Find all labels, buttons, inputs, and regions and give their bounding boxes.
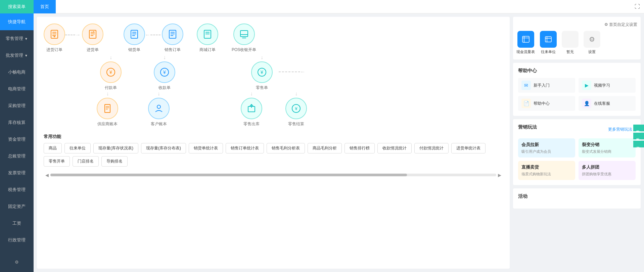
node-mall-order[interactable]: 商城订单: [197, 24, 218, 53]
func-btn-partner[interactable]: 往来单位: [64, 143, 91, 153]
marketing-item-group[interactable]: 多人拼团 拼团购物享受优惠: [579, 161, 636, 180]
sidebar-item-ecommerce-xc[interactable]: 小畅电商: [0, 64, 34, 81]
sidebar-item-wholesale[interactable]: 批发管理 ▼: [0, 47, 34, 64]
help-item-beginner[interactable]: ✉ 新手入门: [518, 78, 575, 93]
scroll-right-arrow[interactable]: ▶: [496, 172, 503, 178]
func-btn-product[interactable]: 商品: [44, 143, 62, 153]
sidebar-gear-icon[interactable]: ⚙: [0, 255, 34, 269]
node-pos[interactable]: POS收银开单: [232, 24, 256, 53]
marketing-item-member[interactable]: 会员拉新 吸引用户成为会员: [518, 138, 575, 157]
marketing-item-live[interactable]: 直播卖货 场景式购物新玩法: [518, 161, 575, 180]
purchase-icon: [82, 24, 103, 45]
mall-order-icon: [197, 24, 218, 45]
sidebar-item-ledger[interactable]: 总账管理: [0, 148, 34, 165]
cashflow-icon: [517, 31, 534, 48]
marketing-grid: 会员拉新 吸引用户成为会员 裂变分销 裂变式发展分销商 直播卖货 场景式购物新玩…: [518, 138, 636, 180]
func-btn-retail[interactable]: 零售开单: [44, 156, 70, 167]
scroll-thumb: [50, 174, 407, 176]
group-title: 多人拼团: [582, 164, 632, 170]
help-item-service[interactable]: 👤 在线客服: [579, 96, 636, 111]
node-purchase[interactable]: 进货单: [82, 24, 103, 53]
func-btn-product-margin[interactable]: 商品毛利分析: [308, 143, 342, 153]
sidebar-item-inventory[interactable]: 库存核算: [0, 114, 34, 131]
func-btn-stock1[interactable]: 现存量(库存状况表): [93, 143, 138, 153]
func-buttons-grid: 商品 往来单位 现存量(库存状况表) 现存量(库存分布表) 销货单统计表 销售订…: [44, 143, 503, 167]
node-purchase-order[interactable]: 进货订单: [44, 24, 65, 53]
scroll-left-arrow[interactable]: ◀: [44, 172, 50, 178]
func-btn-stock2[interactable]: 现存量(库存分布表): [141, 143, 186, 153]
common-func-title: 常用功能: [44, 134, 503, 140]
payment-icon[interactable]: ¥: [100, 61, 122, 83]
func-btn-guide-rank[interactable]: 导购排名: [101, 156, 128, 167]
func-btn-sales-stat[interactable]: 销货单统计表: [189, 143, 223, 153]
func-btn-sales-margin[interactable]: 销售毛利分析表: [267, 143, 305, 153]
purchase-order-icon: [44, 24, 65, 45]
customer-book-icon[interactable]: [148, 98, 170, 119]
sidebar-item-salary[interactable]: 工资: [0, 215, 34, 232]
fission-sub: 裂变式发展分销商: [582, 149, 632, 154]
svg-text:¥: ¥: [163, 70, 166, 75]
service-icon: 👤: [582, 99, 591, 108]
svg-text:¥: ¥: [260, 70, 263, 75]
help-center-section: 帮助中心 ✉ 新手入门 ▶ 视频学习 📄 帮助中心: [513, 63, 641, 116]
svg-rect-19: [240, 31, 248, 37]
retail-order-icon[interactable]: ¥: [251, 61, 273, 83]
sidebar-item-ecommerce[interactable]: 电商管理: [0, 81, 34, 97]
common-functions: 常用功能 商品 往来单位 现存量(库存状况表) 现存量(库存分布表) 销货单统计…: [44, 134, 503, 167]
marketing-item-fission[interactable]: 裂变分销 裂变式发展分销商: [579, 138, 636, 157]
none-icon: [562, 31, 579, 48]
customize-settings-link[interactable]: ⚙ 首页自定义设置: [516, 22, 637, 28]
node-sales[interactable]: 销货单: [124, 24, 145, 53]
float-btn-hotline[interactable]: 客服热线: [633, 125, 644, 131]
sidebar-item-fixed-assets[interactable]: 固定资产: [0, 198, 34, 215]
help-item-help[interactable]: 📄 帮助中心: [518, 96, 575, 111]
help-grid: ✉ 新手入门 ▶ 视频学习 📄 帮助中心 👤: [518, 78, 636, 111]
quick-nav-partner[interactable]: 往来单位: [540, 31, 557, 54]
sidebar-item-admin[interactable]: 行政管理: [0, 232, 34, 248]
func-btn-receipt-stat[interactable]: 收款情况统计: [377, 143, 412, 153]
quick-nav-cashflow[interactable]: 现金流量表: [516, 31, 535, 54]
supplier-book-icon[interactable]: [97, 98, 118, 119]
receipt-icon[interactable]: ¥: [154, 61, 175, 83]
sidebar-item-finance[interactable]: 资金管理: [0, 131, 34, 148]
quick-nav-icons: 现金流量表 往来单位 暂无 ⚙: [516, 31, 637, 54]
func-btn-payment-stat[interactable]: 付款情况统计: [414, 143, 449, 153]
sidebar-item-retail[interactable]: 零售管理 ▼: [0, 30, 34, 47]
activity-section: 活动: [513, 188, 641, 209]
settings-icon: ⚙: [584, 31, 600, 48]
sidebar-item-purchase[interactable]: 采购管理: [0, 97, 34, 114]
scroll-track[interactable]: [50, 174, 496, 176]
float-buttons: 客服热线 服务社区 桌面快捷: [633, 125, 644, 147]
marketing-section: 营销玩法 更多营销玩法 > 会员拉新 吸引用户成为会员 裂变分销 裂变式发展分销…: [513, 119, 641, 185]
member-title: 会员拉新: [521, 142, 572, 148]
quick-nav-settings[interactable]: ⚙ 设置: [584, 31, 600, 54]
retail-order-label: 零售单: [256, 85, 268, 91]
node-sale-order[interactable]: 销售订单: [162, 24, 183, 53]
retail-outbound-label: 零售出库: [243, 121, 260, 127]
sidebar-item-tax[interactable]: 税务管理: [0, 181, 34, 198]
sidebar-item-invoice[interactable]: 发票管理: [0, 165, 34, 181]
sidebar: 快捷导航 零售管理 ▼ 批发管理 ▼ 小畅电商 电商管理 采购管理 库存核算 资…: [0, 13, 34, 272]
float-btn-community[interactable]: 服务社区: [633, 133, 644, 139]
search-menu-button[interactable]: 搜索菜单: [0, 0, 34, 13]
home-tab[interactable]: 首页: [34, 0, 56, 13]
marketing-more-link[interactable]: 更多营销玩法 >: [608, 127, 636, 132]
sale-order-icon: [162, 24, 183, 45]
quick-nav-section: ⚙ 首页自定义设置 现金流量表 往来单位: [513, 17, 641, 59]
settings-label: 设置: [588, 49, 596, 54]
retail-settlement-icon[interactable]: ¥: [285, 98, 307, 119]
func-btn-store-rank[interactable]: 门店排名: [73, 156, 99, 167]
svg-text:¥: ¥: [109, 70, 112, 75]
pos-label: POS收银开单: [232, 47, 256, 53]
retail-outbound-icon[interactable]: [241, 98, 262, 119]
customer-book-label: 客户账本: [151, 121, 167, 127]
float-btn-desktop[interactable]: 桌面快捷: [633, 141, 644, 147]
help-item-video[interactable]: ▶ 视频学习: [579, 78, 636, 93]
content-area: 进货订单 → 进货单: [34, 13, 644, 272]
svg-rect-28: [105, 104, 110, 112]
expand-icon[interactable]: ⛶: [634, 3, 641, 10]
func-btn-purchase-stat[interactable]: 进货单统计表: [451, 143, 486, 153]
func-btn-sale-order-stat[interactable]: 销售订单统计表: [226, 143, 264, 153]
func-btn-sales-rank[interactable]: 销售排行榜: [344, 143, 375, 153]
sidebar-item-quick-nav[interactable]: 快捷导航: [0, 13, 34, 30]
